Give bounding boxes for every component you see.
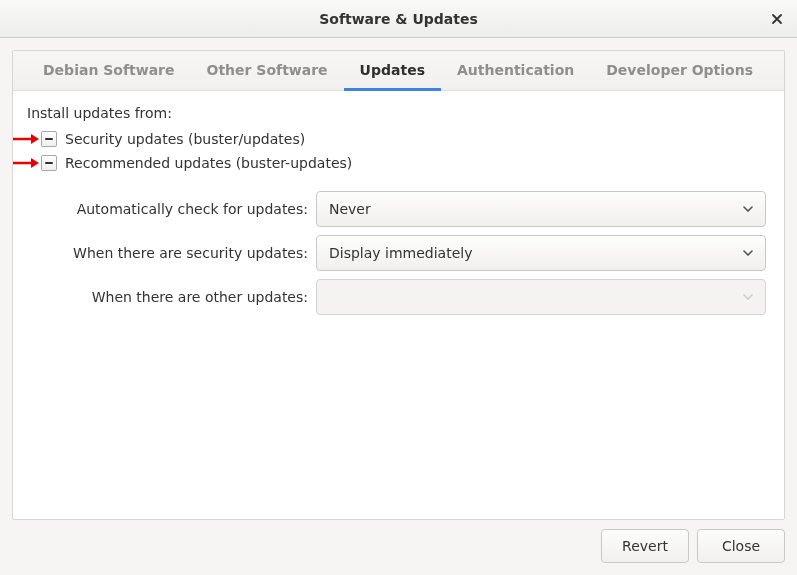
update-settings-grid: Automatically check for updates: Never W… [43,191,766,315]
annotation-arrow-icon [12,156,41,170]
recommended-updates-label[interactable]: Recommended updates (buster-updates) [65,155,352,171]
indeterminate-icon [45,138,53,141]
recommended-updates-row: Recommended updates (buster-updates) [41,155,766,171]
auto-check-label: Automatically check for updates: [43,201,308,217]
content-area: Debian Software Other Software Updates A… [0,38,797,532]
updates-panel-body: Install updates from: Security updates (… [13,91,784,333]
window-title: Software & Updates [319,11,478,27]
tab-updates[interactable]: Updates [344,51,441,91]
main-panel: Debian Software Other Software Updates A… [12,50,785,520]
tab-authentication[interactable]: Authentication [441,51,590,91]
security-notify-label: When there are security updates: [43,245,308,261]
recommended-updates-checkbox[interactable] [41,155,57,171]
tab-bar: Debian Software Other Software Updates A… [13,51,784,91]
auto-check-combo[interactable]: Never [316,191,766,227]
security-updates-checkbox[interactable] [41,131,57,147]
security-notify-combo[interactable]: Display immediately [316,235,766,271]
indeterminate-icon [45,162,53,165]
tab-debian-software[interactable]: Debian Software [27,51,191,91]
chevron-down-icon [743,206,753,212]
install-from-label: Install updates from: [27,105,766,121]
chevron-down-icon [743,294,753,300]
annotation-arrow-icon [12,132,41,146]
tab-other-software[interactable]: Other Software [191,51,344,91]
footer-buttons: Revert Close [601,529,785,563]
other-notify-combo [316,279,766,315]
tab-developer-options[interactable]: Developer Options [590,51,769,91]
close-window-button[interactable] [769,11,785,27]
security-notify-value: Display immediately [329,245,472,261]
close-icon [771,13,783,25]
revert-button[interactable]: Revert [601,529,689,563]
auto-check-value: Never [329,201,371,217]
close-button[interactable]: Close [697,529,785,563]
other-notify-label: When there are other updates: [43,289,308,305]
chevron-down-icon [743,250,753,256]
titlebar: Software & Updates [0,0,797,38]
security-updates-row: Security updates (buster/updates) [41,131,766,147]
security-updates-label[interactable]: Security updates (buster/updates) [65,131,305,147]
